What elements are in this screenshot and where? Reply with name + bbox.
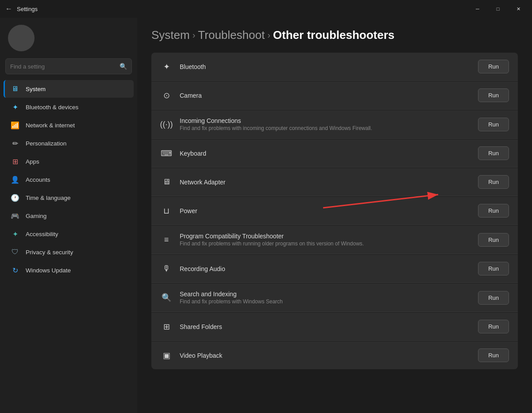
sidebar-item-accessibility[interactable]: ✦Accessibility (4, 225, 134, 243)
personalization-icon: ✏ (11, 139, 19, 148)
power-icon: ⊔ (160, 205, 173, 217)
search-icon: 🔍 (120, 63, 127, 70)
troubleshooter-row-shared-folders: ⊞Shared FoldersRun (151, 313, 518, 341)
troubleshooter-row-recording-audio: 🎙Recording AudioRun (151, 255, 518, 283)
bluetooth-info: Bluetooth (180, 63, 471, 70)
app-body: 🔍 🖥System✦Bluetooth & devices📶Network & … (0, 18, 532, 413)
sidebar-item-label-accounts: Accounts (26, 176, 50, 183)
camera-run-button[interactable]: Run (478, 88, 509, 102)
search-input[interactable] (10, 63, 120, 70)
shared-folders-run-button[interactable]: Run (478, 320, 509, 333)
shared-folders-name: Shared Folders (180, 323, 471, 330)
sidebar-item-label-personalization: Personalization (26, 140, 66, 147)
power-info: Power (180, 207, 471, 214)
incoming-connections-run-button[interactable]: Run (478, 118, 509, 131)
keyboard-info: Keyboard (180, 150, 471, 157)
accessibility-icon: ✦ (11, 229, 19, 238)
sidebar-item-label-system: System (26, 86, 46, 92)
sidebar-item-accounts[interactable]: 👤Accounts (4, 171, 134, 188)
sidebar-items: 🖥System✦Bluetooth & devices📶Network & in… (0, 80, 137, 279)
search-indexing-name: Search and Indexing (180, 291, 471, 298)
accounts-icon: 👤 (11, 175, 19, 184)
troubleshooter-row-incoming-connections: ((·))Incoming ConnectionsFind and fix pr… (151, 110, 518, 139)
breadcrumb-system[interactable]: System (151, 28, 190, 42)
bluetooth-run-button[interactable]: Run (478, 60, 509, 73)
sidebar-item-system[interactable]: 🖥System (4, 80, 134, 98)
sidebar-item-personalization[interactable]: ✏Personalization (4, 134, 134, 152)
breadcrumb-troubleshoot[interactable]: Troubleshoot (198, 28, 265, 42)
sidebar-item-label-network: Network & internet (26, 122, 75, 129)
bluetooth-name: Bluetooth (180, 63, 471, 70)
sidebar-item-label-accessibility: Accessibility (26, 231, 58, 237)
sidebar-item-time[interactable]: 🕐Time & language (4, 189, 134, 206)
minimize-button[interactable]: ─ (467, 2, 488, 16)
breadcrumb-sep-1: › (193, 30, 196, 40)
sidebar-item-label-apps: Apps (26, 158, 39, 165)
incoming-connections-name: Incoming Connections (180, 117, 471, 124)
shared-folders-info: Shared Folders (180, 323, 471, 330)
breadcrumb-sep-2: › (267, 30, 270, 40)
titlebar-left: ← Settings (5, 5, 38, 13)
network-icon: 📶 (11, 121, 19, 130)
titlebar: ← Settings ─ □ ✕ (0, 0, 532, 18)
search-indexing-run-button[interactable]: Run (478, 291, 509, 305)
breadcrumb-current: Other troubleshooters (273, 28, 394, 42)
apps-icon: ⊞ (11, 157, 19, 166)
time-icon: 🕐 (11, 193, 19, 202)
troubleshooter-row-bluetooth: ✦BluetoothRun (151, 53, 518, 81)
network-adapter-name: Network Adapter (180, 179, 471, 186)
recording-audio-run-button[interactable]: Run (478, 262, 509, 275)
sidebar-item-apps[interactable]: ⊞Apps (4, 153, 134, 170)
breadcrumb: System › Troubleshoot › Other troublesho… (151, 28, 518, 42)
program-compatibility-info: Program Compatibility TroubleshooterFind… (180, 233, 471, 247)
sidebar-item-label-update: Windows Update (26, 267, 71, 274)
sidebar-item-label-bluetooth: Bluetooth & devices (26, 104, 78, 111)
camera-name: Camera (180, 92, 471, 99)
recording-audio-icon: 🎙 (160, 263, 173, 275)
power-name: Power (180, 207, 471, 214)
network-adapter-run-button[interactable]: Run (478, 175, 509, 189)
maximize-button[interactable]: □ (488, 2, 508, 16)
troubleshooter-row-camera: ⊙CameraRun (151, 81, 518, 110)
update-icon: ↻ (11, 266, 19, 275)
incoming-connections-icon: ((·)) (160, 118, 173, 130)
network-adapter-info: Network Adapter (180, 179, 471, 186)
troubleshooter-row-search-indexing: 🔍Search and IndexingFind and fix problem… (151, 283, 518, 312)
recording-audio-info: Recording Audio (180, 265, 471, 272)
video-playback-run-button[interactable]: Run (478, 348, 509, 362)
troubleshooter-row-network-adapter: 🖥Network AdapterRun (151, 168, 518, 196)
titlebar-title: Settings (17, 6, 38, 12)
titlebar-controls: ─ □ ✕ (467, 2, 528, 16)
privacy-icon: 🛡 (11, 248, 19, 256)
troubleshooter-list: ✦BluetoothRun⊙CameraRun((·))Incoming Con… (151, 53, 518, 369)
sidebar-item-gaming[interactable]: 🎮Gaming (4, 207, 134, 225)
camera-info: Camera (180, 92, 471, 99)
sidebar-item-update[interactable]: ↻Windows Update (4, 261, 134, 279)
recording-audio-name: Recording Audio (180, 265, 471, 272)
video-playback-name: Video Playback (180, 352, 471, 359)
sidebar-item-bluetooth[interactable]: ✦Bluetooth & devices (4, 98, 134, 116)
avatar (8, 25, 35, 51)
troubleshooter-row-keyboard: ⌨KeyboardRun (151, 139, 518, 168)
search-indexing-icon: 🔍 (160, 291, 173, 304)
shared-folders-icon: ⊞ (160, 321, 173, 333)
power-run-button[interactable]: Run (478, 204, 509, 218)
system-icon: 🖥 (11, 84, 19, 93)
keyboard-icon: ⌨ (160, 147, 173, 160)
troubleshooter-row-video-playback: ▣Video PlaybackRun (151, 341, 518, 369)
program-compatibility-desc: Find and fix problems with running older… (180, 241, 471, 247)
bluetooth-icon: ✦ (160, 61, 173, 73)
close-button[interactable]: ✕ (508, 2, 528, 16)
sidebar-item-label-gaming: Gaming (26, 213, 46, 219)
back-icon[interactable]: ← (5, 5, 12, 13)
video-playback-info: Video Playback (180, 352, 471, 359)
sidebar-item-privacy[interactable]: 🛡Privacy & security (4, 243, 134, 261)
program-compatibility-icon: ≡ (160, 233, 173, 246)
sidebar-item-network[interactable]: 📶Network & internet (4, 116, 134, 134)
sidebar-item-label-time: Time & language (26, 195, 71, 201)
program-compatibility-run-button[interactable]: Run (478, 233, 509, 247)
keyboard-name: Keyboard (180, 150, 471, 157)
sidebar: 🔍 🖥System✦Bluetooth & devices📶Network & … (0, 18, 137, 413)
search-indexing-desc: Find and fix problems with Windows Searc… (180, 298, 471, 305)
keyboard-run-button[interactable]: Run (478, 146, 509, 160)
